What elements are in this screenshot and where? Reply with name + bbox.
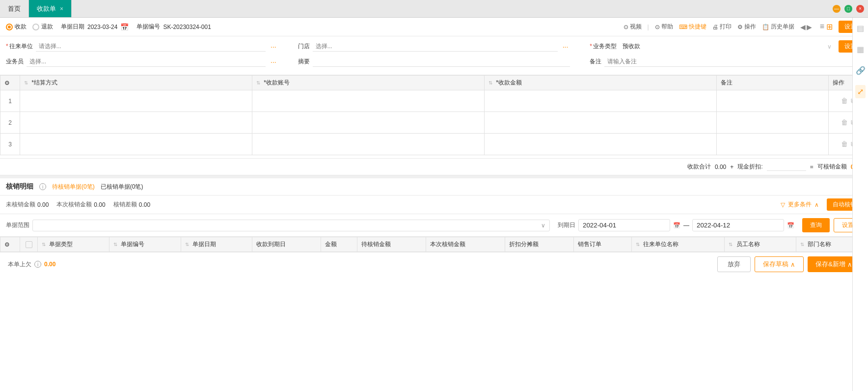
discard-button[interactable]: 放弃 [717, 256, 751, 272]
date-to-input[interactable] [692, 219, 784, 231]
sidebar-table-icon[interactable]: ▤ [855, 22, 866, 35]
receipt-radio-dot [6, 24, 13, 30]
bottom-col-setting[interactable]: ⚙ [0, 237, 20, 252]
staff-input[interactable] [27, 56, 266, 67]
shortcuts-icon: ⌨ [679, 24, 687, 30]
pending-tab[interactable]: 待核销单据(0笔) [52, 183, 95, 191]
sidebar-link-icon[interactable]: 🔗 [854, 64, 868, 77]
row-num-3: 3 [0, 134, 20, 155]
cell-account-1[interactable] [252, 90, 484, 112]
cell-settlement-3[interactable] [20, 134, 252, 155]
available-label: 可核销金额 [817, 163, 847, 171]
help-icon: ⊙ [655, 24, 660, 30]
query-button[interactable]: 查询 [802, 218, 830, 232]
history-icon: 📋 [762, 24, 769, 30]
refund-radio[interactable]: 退款 [32, 23, 53, 31]
maximize-button[interactable]: □ [844, 5, 852, 13]
bottom-col-staff: ⇅ 员工名称 [725, 237, 796, 252]
operations-button[interactable]: ⚙ 操作 [737, 23, 756, 31]
save-arrow-icon: ∧ [847, 261, 852, 268]
shop-label: 门店 [298, 42, 310, 51]
cal-from-icon[interactable]: 📅 [673, 222, 680, 229]
cell-remark-1[interactable] [716, 90, 828, 112]
col-setting-header[interactable]: ⚙ [0, 76, 20, 90]
staff-label: 业务员 [6, 57, 24, 66]
range-select[interactable]: ∨ [32, 220, 550, 231]
view-toggle: ≡ ⊞ [820, 22, 833, 31]
list-view-btn[interactable]: ≡ [820, 22, 824, 31]
toolbar-right: ⊙ 视频 | ⊙ 帮助 ⌨ 快捷键 🖨 打印 ⚙ 操作 📋 历史单据 [624, 21, 862, 33]
shop-field: 门店 ··· [298, 41, 570, 52]
more-conditions-btn[interactable]: ▽ 更多条件 ∧ [781, 200, 819, 209]
counterparty-more-btn[interactable]: ··· [269, 43, 278, 51]
delete-icon-1[interactable]: 🗑 [841, 97, 848, 105]
due-label: 到期日 [558, 221, 575, 229]
receipt-radio[interactable]: 收款 [6, 23, 27, 31]
unchecked-stat: 未核销金额 0.00 [6, 200, 49, 209]
equals-sign: = [810, 164, 814, 170]
cell-amount-2[interactable] [484, 112, 716, 134]
prev-arrow[interactable]: ◀ [800, 23, 806, 31]
cell-settlement-2[interactable] [20, 112, 252, 134]
delete-icon-2[interactable]: 🗑 [841, 118, 848, 127]
reconcile-section: 核销明细 i 待核销单据(0笔) 已核销单据(0笔) 未核销金额 0.00 本次… [0, 175, 868, 252]
col-remark-header: 备注 [716, 76, 828, 90]
plus-sign: + [730, 164, 733, 170]
next-arrow[interactable]: ▶ [807, 23, 812, 31]
staff-more-btn[interactable]: ··· [269, 58, 278, 66]
counterparty-input[interactable] [36, 41, 266, 52]
sidebar-grid-icon[interactable]: ▦ [855, 43, 866, 56]
reconcile-stats: 未核销金额 0.00 本次核销金额 0.00 核销差额 0.00 ▽ 更多条件 … [0, 196, 868, 214]
cell-account-3[interactable] [252, 134, 484, 155]
reconcile-header: 核销明细 i 待核销单据(0笔) 已核销单据(0笔) [0, 178, 868, 196]
cell-amount-3[interactable] [484, 134, 716, 155]
sidebar-expand-icon[interactable]: ⤢ [855, 85, 866, 98]
discount-input[interactable] [767, 163, 806, 171]
receipt-radio-label: 收款 [15, 23, 27, 31]
business-type-label: *业务类型 [590, 42, 617, 51]
help-button[interactable]: ⊙ 帮助 [655, 23, 673, 31]
tab-bar: 首页 收款单 × — □ × [0, 0, 868, 18]
cal-to-icon[interactable]: 📅 [787, 222, 794, 229]
card-view-btn[interactable]: ⊞ [826, 22, 833, 31]
counterparty-label: *往来单位 [6, 42, 33, 51]
video-label: 视频 [630, 23, 642, 31]
shop-input[interactable] [313, 41, 558, 52]
form-row-1: *往来单位 ··· 门店 ··· *业务类型 预收款 ∨ 设置 [6, 40, 862, 53]
cell-remark-2[interactable] [716, 112, 828, 134]
main-content: 收款 退款 单据日期 2023-03-24 📅 单据编号 SK-20230324… [0, 18, 868, 391]
form-area: *往来单位 ··· 门店 ··· *业务类型 预收款 ∨ 设置 [0, 36, 868, 75]
shop-more-btn[interactable]: ··· [561, 43, 570, 51]
tab-home[interactable]: 首页 [0, 0, 29, 17]
delete-icon-3[interactable]: 🗑 [841, 140, 848, 148]
shortcuts-button[interactable]: ⌨ 快捷键 [679, 23, 706, 31]
print-button[interactable]: 🖨 打印 [712, 23, 732, 31]
save-draft-button[interactable]: 保存草稿 ∧ [755, 256, 804, 272]
tab-receipt[interactable]: 收款单 × [29, 0, 72, 17]
receipt-table: ⚙ ⇅ *结算方式 ⇅ *收款账号 ⇅ *收款金额 备注 [0, 75, 868, 155]
remark-input[interactable] [604, 56, 862, 67]
minimize-button[interactable]: — [833, 5, 841, 13]
select-all-checkbox[interactable] [26, 241, 32, 248]
footer-info-icon[interactable]: i [34, 261, 41, 268]
close-button[interactable]: × [856, 5, 864, 13]
history-button[interactable]: 📋 历史单据 [762, 23, 794, 31]
date-value: 2023-03-24 [87, 24, 117, 30]
bottom-col-current: 本次核销金额 [426, 237, 505, 252]
business-type-field: *业务类型 预收款 ∨ 设置 [590, 40, 862, 53]
footer: 本单上欠 i 0.00 放弃 保存草稿 ∧ 保存&新增 ∧ [0, 252, 868, 276]
cell-account-2[interactable] [252, 112, 484, 134]
cell-amount-1[interactable] [484, 90, 716, 112]
done-tab[interactable]: 已核销单据(0笔) [101, 183, 143, 191]
date-from-input[interactable] [578, 219, 670, 231]
summary-input[interactable] [313, 56, 570, 67]
calendar-icon[interactable]: 📅 [120, 23, 129, 31]
tab-receipt-close[interactable]: × [60, 5, 63, 12]
cell-settlement-1[interactable] [20, 90, 252, 112]
doc-no-field: 单据编号 SK-20230324-001 [136, 23, 211, 31]
business-type-dropdown-icon[interactable]: ∨ [827, 43, 832, 50]
discount-label: 现金折扣: [737, 163, 762, 171]
video-button[interactable]: ⊙ 视频 [624, 23, 642, 31]
cell-remark-3[interactable] [716, 134, 828, 155]
reconcile-info-icon[interactable]: i [39, 183, 46, 190]
